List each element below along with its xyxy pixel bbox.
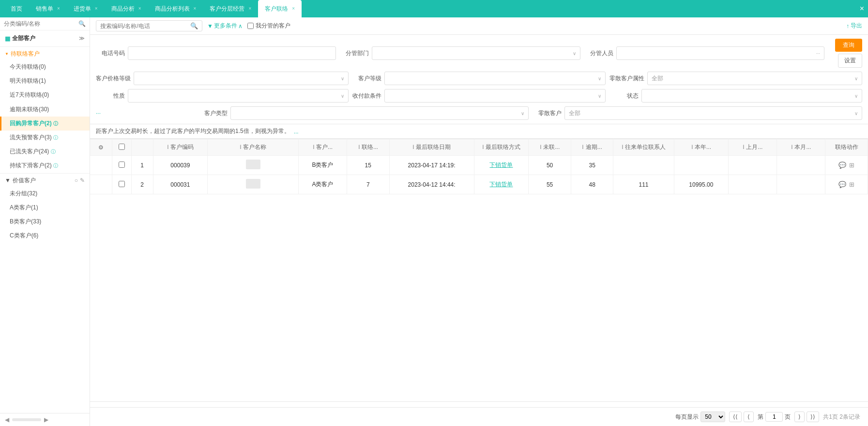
prev-page-btn[interactable]: ⟨ <box>744 411 754 422</box>
next-page-btn[interactable]: ⟩ <box>794 411 805 422</box>
input-customer-type[interactable]: ∨ <box>230 106 528 120</box>
col-thisyear-header[interactable]: ⁞ 本年... <box>674 139 729 156</box>
query-button[interactable]: 查询 <box>835 39 862 52</box>
col-name-header[interactable]: ⁞ 客户名称 <box>208 139 299 156</box>
table-row: 1 000039 B类客户 15 2023-04-17 14:19: 下销货单 … <box>90 156 868 175</box>
nav-product-analysis-list[interactable]: 商品分析列表 × <box>148 0 203 17</box>
main-search-icon[interactable]: 🔍 <box>190 22 198 29</box>
sidebar-item-churn-warning[interactable]: 流失预警客户(3) ⓘ <box>0 131 90 145</box>
col-action-header: 联络动作 <box>825 139 868 156</box>
row1-check[interactable] <box>112 156 131 175</box>
sidebar-item-b-class[interactable]: B类客户(33) <box>0 215 90 229</box>
row2-thisyear: 10995.00 <box>674 175 729 194</box>
nav-sales[interactable]: 销售单 × <box>29 0 67 17</box>
close-product-analysis-list-tab[interactable]: × <box>194 0 197 17</box>
settings-value-group-icon[interactable]: ✎ <box>80 177 85 184</box>
sidebar-item-7days[interactable]: 近7天待联络(0) <box>0 88 90 102</box>
col-overdue-header[interactable]: ⁞ 逾期... <box>571 139 613 156</box>
input-retail-customer[interactable]: 全部 ∨ <box>564 106 862 120</box>
input-status[interactable]: ∨ <box>641 89 862 103</box>
chevron-payment: ∨ <box>598 93 601 99</box>
col-code-header[interactable]: ⁞ 客户编码 <box>153 139 208 156</box>
close-sales-tab[interactable]: × <box>57 0 60 17</box>
collapse-sidebar-btn[interactable]: ≫ <box>79 35 85 42</box>
row2-checkbox[interactable] <box>119 181 125 187</box>
sidebar-next-btn[interactable]: ▶ <box>44 416 48 423</box>
col-check-header[interactable] <box>112 139 131 156</box>
sidebar-search-input[interactable] <box>4 20 76 27</box>
sidebar-item-ungrouped[interactable]: 未分组(32) <box>0 187 90 201</box>
window-close-button[interactable]: × <box>860 4 864 13</box>
per-page-select[interactable]: 20 50 100 <box>700 411 725 422</box>
sidebar-item-tomorrow[interactable]: 明天待联络(1) <box>0 74 90 88</box>
sidebar-prev-btn[interactable]: ◀ <box>5 416 9 423</box>
input-nature[interactable]: ∨ <box>128 89 349 103</box>
row2-check[interactable] <box>112 175 131 194</box>
col-unreached-header[interactable]: ⁞ 未联... <box>529 139 571 156</box>
nav-customer-tier[interactable]: 客户分层经营 × <box>203 0 258 17</box>
close-customer-contact-tab[interactable]: × <box>292 0 295 17</box>
pending-contact-group[interactable]: ▼ 待联络客户 <box>0 47 90 60</box>
table-row: 2 000031 A类客户 7 2023-04-12 14:44: 下销货单 5… <box>90 175 868 194</box>
sidebar-search-icon[interactable]: 🔍 <box>78 20 86 27</box>
sidebar-item-repurchase-abnormal[interactable]: 回购异常客户(2) ⓘ <box>0 117 90 131</box>
expand-more-filters[interactable]: ··· <box>96 110 101 117</box>
row2-link-icon[interactable]: ⊞ <box>849 181 854 188</box>
row1-link-icon[interactable]: ⊞ <box>849 162 854 169</box>
col-date-header[interactable]: ⁞ 最后联络日期 <box>389 139 474 156</box>
input-dept[interactable]: ∨ <box>372 46 580 60</box>
input-customer-grade[interactable]: ∨ <box>384 72 605 85</box>
page-unit: 页 <box>785 413 791 421</box>
row1-checkbox[interactable] <box>119 162 125 168</box>
close-purchase-tab[interactable]: × <box>95 0 98 17</box>
nav-purchase[interactable]: 进货单 × <box>67 0 105 17</box>
first-page-btn[interactable]: ⟨⟨ <box>729 411 742 422</box>
col-type-header[interactable]: ⁞ 客户... <box>298 139 347 156</box>
value-customer-group[interactable]: ▼ 价值客户 ○ ✎ <box>0 173 90 187</box>
main-search-input[interactable] <box>100 23 190 29</box>
nav-customer-contact[interactable]: 客户联络 × <box>258 0 302 17</box>
nav-home[interactable]: 首页 <box>4 0 29 17</box>
sidebar-item-a-class[interactable]: A类客户(1) <box>0 201 90 215</box>
col-contact-header[interactable]: ⁞ 联络... <box>347 139 389 156</box>
my-customers-checkbox[interactable] <box>247 23 254 29</box>
label-price-grade: 客户价格等级 <box>96 74 131 83</box>
col-contacts-header[interactable]: ⁞ 往来单位联系人 <box>613 139 674 156</box>
more-conditions-btn[interactable]: ▼ 更多条件 ∧ <box>207 22 243 30</box>
row1-way-link[interactable]: 下销货单 <box>489 162 513 168</box>
row2-way[interactable]: 下销货单 <box>474 175 529 194</box>
my-customers-filter[interactable]: 我分管的客户 <box>247 22 290 30</box>
edit-value-group-icon[interactable]: ○ <box>75 177 78 184</box>
close-customer-tier-tab[interactable]: × <box>248 0 251 17</box>
input-person[interactable]: ··· <box>616 46 824 60</box>
sidebar-item-today[interactable]: 今天待联络(0) <box>0 60 90 74</box>
row1-comment-icon[interactable]: 💬 <box>838 162 846 169</box>
page-number-input[interactable] <box>765 412 783 422</box>
row2-way-link[interactable]: 下销货单 <box>489 181 513 188</box>
input-retail-attr[interactable]: 全部 ∨ <box>647 72 862 85</box>
row1-overdue: 35 <box>571 156 613 175</box>
export-button[interactable]: ↑ 导出 <box>846 22 862 30</box>
tooltip-more-btn[interactable]: ... <box>294 128 299 135</box>
filter-row-1: 电话号码 分管部门 ∨ 分管人员 ··· <box>96 39 862 68</box>
row2-comment-icon[interactable]: 💬 <box>838 181 846 188</box>
sidebar-item-churned[interactable]: 已流失客户(24) ⓘ <box>0 145 90 159</box>
col-thismonth-header[interactable]: ⁞ 本月... <box>777 139 825 156</box>
input-payment[interactable]: ∨ <box>384 89 605 103</box>
settings-button[interactable]: 设置 <box>838 54 862 68</box>
input-phone[interactable] <box>128 46 336 60</box>
page-info: 第 页 <box>758 412 791 422</box>
input-price-grade[interactable]: ∨ <box>134 72 349 85</box>
select-all-checkbox[interactable] <box>119 144 125 150</box>
row1-way[interactable]: 下销货单 <box>474 156 529 175</box>
last-page-btn[interactable]: ⟩⟩ <box>807 411 819 422</box>
sidebar-item-overdue[interactable]: 逾期未联络(30) <box>0 103 90 117</box>
col-lastmonth-header[interactable]: ⁞ 上月... <box>729 139 777 156</box>
col-settings-header[interactable]: ⚙ <box>90 139 112 156</box>
close-product-analysis-tab[interactable]: × <box>138 0 141 17</box>
sidebar-item-c-class[interactable]: C类客户(6) <box>0 229 90 243</box>
horizontal-scrollbar[interactable] <box>90 401 868 407</box>
sidebar-item-declining[interactable]: 持续下滑客户(2) ⓘ <box>0 159 90 173</box>
nav-product-analysis[interactable]: 商品分析 × <box>105 0 148 17</box>
col-way-header[interactable]: ⁞ 最后联络方式 <box>474 139 529 156</box>
